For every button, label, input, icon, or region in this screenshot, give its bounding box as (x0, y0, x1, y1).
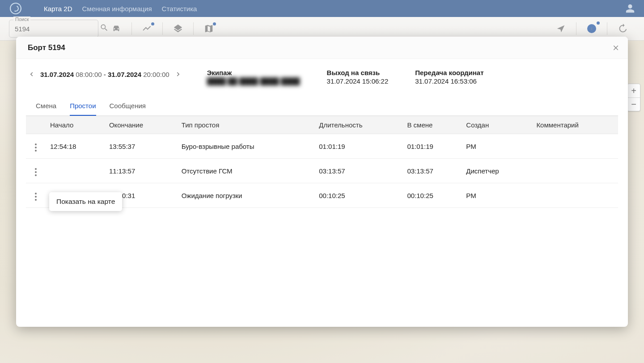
cell-inshift: 03:13:57 (402, 159, 462, 183)
col-start: Начало (46, 116, 105, 134)
modal-tabs: Смена Простои Сообщения (26, 97, 618, 116)
col-comment: Комментарий (532, 116, 618, 134)
row-menu-button[interactable] (31, 166, 40, 178)
cell-created: РМ (462, 183, 532, 208)
prev-shift-button[interactable] (26, 69, 37, 80)
col-created: Создан (462, 116, 532, 134)
cell-duration: 03:13:57 (314, 159, 402, 183)
next-shift-button[interactable] (173, 69, 184, 80)
cell-comment (532, 183, 618, 208)
cell-created: Диспетчер (462, 159, 532, 183)
cell-duration: 01:01:19 (314, 134, 402, 159)
crew-info: Экипаж ████ ██ ████ ████ ████ (207, 69, 300, 85)
col-duration: Длительность (314, 116, 402, 134)
modal-title: Борт 5194 (28, 43, 65, 52)
table-row: 11:13:57Отсутствие ГСМ03:13:5703:13:57Ди… (26, 159, 618, 183)
cell-end: 13:55:37 (105, 134, 177, 159)
tab-shift[interactable]: Смена (36, 97, 56, 115)
cell-created: РМ (462, 134, 532, 159)
tab-messages[interactable]: Сообщения (110, 97, 146, 115)
col-inshift: В смене (402, 116, 462, 134)
cell-start: 12:54:18 (46, 134, 105, 159)
row-menu-button[interactable] (31, 191, 40, 203)
row-menu-button[interactable] (31, 142, 40, 153)
cell-end: 11:13:57 (105, 159, 177, 183)
cell-inshift: 00:10:25 (402, 183, 462, 208)
col-type: Тип простоя (177, 116, 315, 134)
modal-header: Борт 5194 (16, 37, 628, 59)
shift-range: 31.07.2024 08:00:00 - 31.07.2024 20:00:0… (40, 71, 169, 78)
vehicle-modal: Борт 5194 31.07.2024 08:00:00 - 31.07.20… (16, 37, 628, 327)
cell-comment (532, 134, 618, 159)
cell-type: Ожидание погрузки (177, 183, 315, 208)
cell-duration: 00:10:25 (314, 183, 402, 208)
cell-comment (532, 159, 618, 183)
cell-type: Отсутствие ГСМ (177, 159, 315, 183)
table-row: 12:54:1813:55:37Буро-взрывные работы01:0… (26, 134, 618, 159)
coords-info: Передача координат 31.07.2024 16:53:06 (415, 69, 483, 85)
col-end: Окончание (105, 116, 177, 134)
row-context-menu[interactable]: Показать на карте (49, 192, 122, 211)
last-contact-info: Выход на связь 31.07.2024 15:06:22 (327, 69, 389, 85)
tab-idle[interactable]: Простои (70, 97, 96, 116)
cell-type: Буро-взрывные работы (177, 134, 315, 159)
cell-start (46, 159, 105, 183)
close-button[interactable] (612, 44, 620, 52)
cell-inshift: 01:01:19 (402, 134, 462, 159)
